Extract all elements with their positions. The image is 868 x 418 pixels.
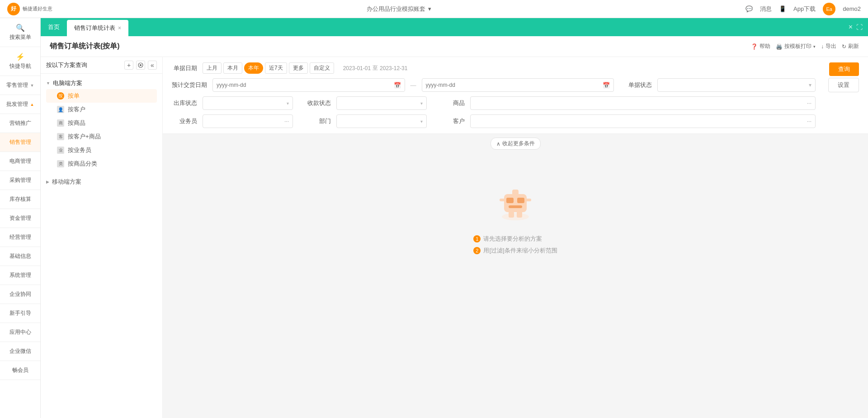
filter-row-ship: 出库状态 ▾ 收款状态 ▾ xyxy=(172,96,816,110)
customer-field[interactable] xyxy=(474,118,803,124)
goods-input[interactable]: ··· xyxy=(470,96,816,110)
print-button[interactable]: 🖨️ 按模板打印 ▾ xyxy=(776,43,816,50)
scheme-item-by-goods-category[interactable]: 类 按商品分类 xyxy=(46,157,157,171)
calendar-to-icon[interactable]: 📅 xyxy=(603,82,610,89)
empty-state-icon xyxy=(493,180,538,226)
sidebar-item-basics[interactable]: 基础信息 xyxy=(0,247,40,266)
expected-date-to-field[interactable] xyxy=(426,82,601,88)
goods-dots-icon[interactable]: ··· xyxy=(807,100,811,106)
date-btn-7days[interactable]: 近7天 xyxy=(265,62,287,74)
add-scheme-button[interactable]: + xyxy=(124,61,133,70)
goods-field[interactable] xyxy=(474,100,803,106)
pay-status-label: 收款状态 xyxy=(306,99,331,107)
sidebar-item-vip[interactable]: 畅会员 xyxy=(0,361,40,380)
customer-label: 客户 xyxy=(439,117,465,125)
svg-rect-4 xyxy=(506,198,514,203)
customer-dots-icon[interactable]: ··· xyxy=(807,118,811,124)
scheme-item-by-goods[interactable]: 商 按商品 xyxy=(46,116,157,130)
scheme-icon-goods-category: 类 xyxy=(57,160,64,167)
date-btn-this-year[interactable]: 本年 xyxy=(244,62,263,74)
sidebar-item-system[interactable]: 系统管理 xyxy=(0,266,40,285)
sidebar-item-apps[interactable]: 应用中心 xyxy=(0,323,40,342)
customer-input[interactable]: ··· xyxy=(470,114,816,128)
salesperson-input[interactable]: ··· xyxy=(203,114,293,128)
scheme-item-by-cust-goods[interactable]: 客 按客户+商品 xyxy=(46,130,157,143)
sidebar-item-sales[interactable]: 销售管理 xyxy=(0,133,40,152)
search-icon: 🔍 xyxy=(16,24,25,32)
chevron-down-icon[interactable]: ▾ xyxy=(428,5,431,12)
pc-section-arrow-icon: ▼ xyxy=(46,81,50,86)
scheme-item-by-customer[interactable]: 👤 按客户 xyxy=(46,103,157,116)
settings-button[interactable]: 设置 xyxy=(828,78,859,92)
ship-status-select[interactable]: ▾ xyxy=(203,96,293,110)
sidebar-item-quick-nav[interactable]: ⚡ 快捷导航 xyxy=(0,47,40,76)
refresh-button[interactable]: ↻ 刷新 xyxy=(842,43,859,50)
scheme-item-by-salesperson[interactable]: 业 按业务员 xyxy=(46,143,157,157)
export-icon: ↓ xyxy=(821,43,824,50)
pay-status-select[interactable]: ▾ xyxy=(336,96,427,110)
sidebar-item-operations[interactable]: 经营管理 xyxy=(0,228,40,247)
empty-tip-2: 2 用[过滤]条件来缩小分析范围 xyxy=(473,247,557,255)
page-header-actions: ❓ 帮助 🖨️ 按模板打印 ▾ ↓ 导出 ↻ xyxy=(751,43,859,50)
mobile-section-title[interactable]: ▶ 移动端方案 xyxy=(46,176,157,188)
print-icon: 🖨️ xyxy=(776,43,783,50)
collapse-row: ∧ 收起更多条件 xyxy=(163,134,868,153)
svg-point-1 xyxy=(140,64,142,66)
expected-date-from-field[interactable] xyxy=(217,82,392,88)
sidebar-item-collab[interactable]: 企业协同 xyxy=(0,285,40,304)
mobile-section-arrow-icon: ▶ xyxy=(46,180,49,184)
svg-rect-7 xyxy=(512,190,519,196)
scheme-icon-cust-goods: 客 xyxy=(57,133,64,140)
sidebar-item-marketing[interactable]: 营销推广 xyxy=(0,114,40,133)
sidebar-item-finance[interactable]: 资金管理 xyxy=(0,209,40,228)
date-label: 单据日期 xyxy=(172,64,197,72)
sidebar-item-inventory[interactable]: 库存核算 xyxy=(0,190,40,209)
dept-select[interactable]: ▾ xyxy=(336,114,427,128)
tab-active[interactable]: 销售订单统计表 × xyxy=(67,20,128,36)
help-button[interactable]: ❓ 帮助 xyxy=(751,43,770,50)
scheme-item-by-order[interactable]: 按 按单 xyxy=(46,89,157,103)
avatar[interactable]: Ea xyxy=(823,3,835,15)
expected-date-to-input[interactable]: 📅 xyxy=(422,78,614,92)
date-btn-last-month[interactable]: 上月 xyxy=(203,62,222,74)
tab-close-icon[interactable]: × xyxy=(118,25,121,31)
export-button[interactable]: ↓ 导出 xyxy=(821,43,836,50)
tab-home[interactable]: 首页 xyxy=(41,18,67,36)
left-panel: 按以下方案查询 + « xyxy=(41,57,163,418)
order-status-select[interactable]: ▾ xyxy=(657,78,816,92)
dept-chevron-icon: ▾ xyxy=(420,119,423,124)
sidebar-item-wechat[interactable]: 企业微信 xyxy=(0,342,40,361)
query-button[interactable]: 查询 xyxy=(829,62,859,76)
right-panel: 单据日期 上月 本月 本年 近7天 更多 自定义 xyxy=(163,57,868,418)
tip-1-num: 1 xyxy=(473,235,481,242)
sidebar-item-newbie[interactable]: 新手引导 xyxy=(0,304,40,323)
sidebar-item-purchase[interactable]: 采购管理 xyxy=(0,171,40,190)
salesperson-dots-icon[interactable]: ··· xyxy=(284,118,289,124)
expected-date-from-input[interactable]: 📅 xyxy=(212,78,405,92)
refresh-icon: ↻ xyxy=(842,43,846,50)
app-download-icon: 📱 xyxy=(779,5,786,12)
body-split: 按以下方案查询 + « xyxy=(41,57,868,418)
sidebar-item-ecommerce[interactable]: 电商管理 xyxy=(0,152,40,171)
date-btn-more[interactable]: 更多 xyxy=(289,62,308,74)
date-btn-custom[interactable]: 自定义 xyxy=(310,62,334,74)
order-status-chevron-icon: ▾ xyxy=(809,82,811,88)
tab-minimize-icon[interactable]: × xyxy=(849,23,853,31)
salesperson-field[interactable] xyxy=(207,118,281,124)
pc-section-title[interactable]: ▼ 电脑端方案 xyxy=(46,77,157,89)
empty-tip-1: 1 请先选择要分析的方案 xyxy=(473,235,557,243)
sidebar-item-search-menu[interactable]: 🔍 搜索菜单 xyxy=(0,18,40,47)
logo-icon: 好 xyxy=(7,3,20,15)
tab-maximize-icon[interactable]: ⛶ xyxy=(856,24,863,31)
edit-scheme-button[interactable] xyxy=(136,61,145,70)
collapse-panel-button[interactable]: « xyxy=(148,61,157,70)
sidebar-item-retail[interactable]: 零售管理 ▼ xyxy=(0,76,40,95)
calendar-from-icon[interactable]: 📅 xyxy=(394,82,401,89)
sidebar-item-wholesale[interactable]: 批发管理 ▲ xyxy=(0,95,40,114)
collapse-conditions-button[interactable]: ∧ 收起更多条件 xyxy=(491,138,541,150)
date-btn-this-month[interactable]: 本月 xyxy=(223,62,242,74)
pay-chevron-icon: ▾ xyxy=(420,101,423,106)
top-bar-center: 办公用品行业模拟账套 ▾ xyxy=(367,5,431,13)
tip-1-text: 请先选择要分析的方案 xyxy=(483,235,542,243)
pc-schemes-section: ▼ 电脑端方案 按 按单 👤 按客户 xyxy=(41,74,162,174)
